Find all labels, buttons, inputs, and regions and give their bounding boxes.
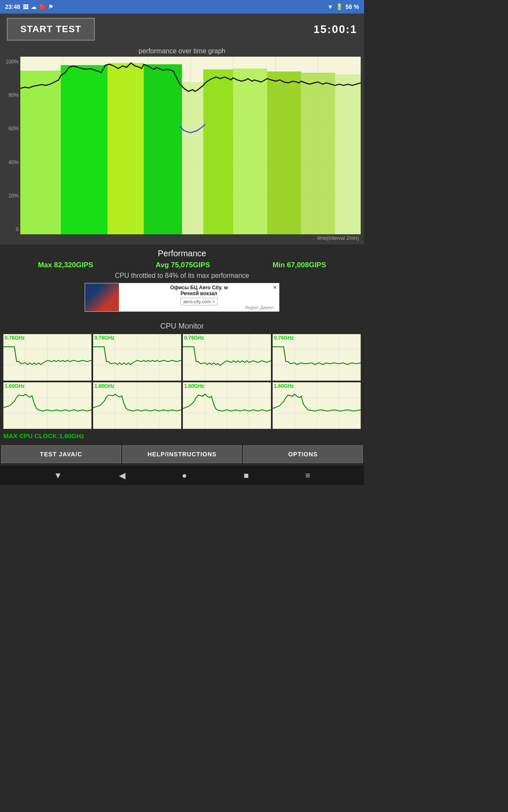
y-label-100: 100% [3,59,20,65]
graph-y-labels: 100% 80% 60% 40% 20% 0 [3,57,20,234]
svg-rect-14 [108,63,144,234]
cpu-cell-0: 0.76GHz [3,334,91,381]
ad-close-button[interactable]: ✕ [273,284,277,291]
cpu-monitor-title: CPU Monitor [3,322,361,331]
status-left: 23:48 🖼 ☁ 🔴 ⚑ [5,3,53,10]
options-button[interactable]: OPTIONS [243,445,363,463]
nav-home-button[interactable]: ● [182,471,187,480]
cpu-top-row: 0.76GHz 0.76GHz [3,334,361,381]
cpu-freq-5: 1.60GHz [94,383,114,389]
nav-bar: ▼ ◀ ● ■ ≡ [0,466,364,485]
ad-title: Офисы БЦ Aero City. мРечной вокзал [122,285,276,296]
cloud-icon: ☁ [31,4,36,10]
toolbar: START TEST 15:00:1 [0,14,364,45]
cpu-freq-1: 0.76GHz [94,335,114,341]
graph-x-label: time(interval 2min) [3,235,361,241]
cpu-freq-4: 1.60GHz [5,383,25,389]
y-label-80: 80% [3,92,20,98]
nav-menu-icon[interactable]: ≡ [305,471,310,480]
cpu-cell-4: 1.60GHz [3,382,91,429]
alert-icon: 🔴 [39,4,46,10]
cpu-cell-5: 1.60GHz [93,382,181,429]
svg-rect-13 [61,65,108,234]
ad-image [85,283,119,312]
cpu-freq-3: 0.76GHz [274,335,294,341]
status-right: ▼ 🔋 58 % [327,3,359,10]
nav-recent-button[interactable]: ■ [243,471,248,480]
time-display: 23:48 [5,3,20,10]
svg-rect-21 [335,74,361,234]
cpu-freq-0: 0.76GHz [5,335,25,341]
wifi-icon: ▼ [327,3,333,10]
nav-down-arrow[interactable]: ▼ [54,471,62,480]
cpu-freq-2: 0.76GHz [184,335,204,341]
perf-avg: Avg 75,075GIPS [155,261,210,269]
perf-stats-row: Max 82,320GIPS Avg 75,075GIPS Min 67,008… [7,261,357,269]
battery-icon: 🔋 [336,3,343,10]
cpu-bottom-row: 1.60GHz 1.60GHz [3,382,361,429]
ad-banner: Офисы БЦ Aero City. мРечной вокзал aero-… [85,283,279,312]
graph-title: performance over time graph [3,47,361,55]
cpu-freq-7: 1.60GHz [274,383,294,389]
throttle-text: CPU throttled to 84% of its max performa… [7,272,357,280]
photo-icon: 🖼 [23,4,28,10]
cpu-cell-7: 1.60GHz [273,382,361,429]
svg-rect-20 [301,73,335,234]
y-label-20: 20% [3,193,20,199]
test-java-button[interactable]: TEST JAVA/C [1,445,121,463]
svg-rect-16 [182,82,203,234]
y-label-60: 60% [3,126,20,132]
ad-url-button[interactable]: aero-city.com > [180,298,218,305]
ad-content: Офисы БЦ Aero City. мРечной вокзал aero-… [119,283,279,312]
flag-icon: ⚑ [48,4,53,10]
svg-rect-19 [267,71,301,234]
performance-section: Performance Max 82,320GIPS Avg 75,075GIP… [0,244,364,318]
graph-section: performance over time graph 100% 80% 60%… [0,45,364,244]
cpu-monitor-section: CPU Monitor 0.76GHz 0.76GHz [0,318,364,445]
battery-percent: 58 % [345,3,359,10]
nav-back-button[interactable]: ◀ [119,470,125,480]
perf-min: Min 67,008GIPS [273,261,326,269]
cpu-cell-6: 1.60GHz [183,382,271,429]
svg-rect-17 [203,69,233,234]
ad-source: Яндекс.Директ [122,305,276,310]
perf-max: Max 82,320GIPS [38,261,93,269]
help-instructions-button[interactable]: HELP/INSTRUCTIONS [122,445,242,463]
max-cpu-label: MAX CPU CLOCK:1.60GHz [3,431,361,442]
svg-rect-12 [20,71,61,234]
svg-rect-18 [233,69,267,234]
cpu-cell-1: 0.76GHz [93,334,181,381]
timer-display: 15:00:1 [313,23,357,36]
start-test-button[interactable]: START TEST [7,18,95,41]
cpu-cell-3: 0.76GHz [273,334,361,381]
cpu-cell-2: 0.76GHz [183,334,271,381]
performance-title: Performance [7,249,357,258]
bottom-buttons: TEST JAVA/C HELP/INSTRUCTIONS OPTIONS [0,445,364,466]
graph-container [20,57,361,234]
y-label-0: 0 [3,226,20,232]
status-bar: 23:48 🖼 ☁ 🔴 ⚑ ▼ 🔋 58 % [0,0,364,14]
cpu-freq-6: 1.60GHz [184,383,204,389]
y-label-40: 40% [3,159,20,165]
svg-rect-15 [144,64,182,234]
